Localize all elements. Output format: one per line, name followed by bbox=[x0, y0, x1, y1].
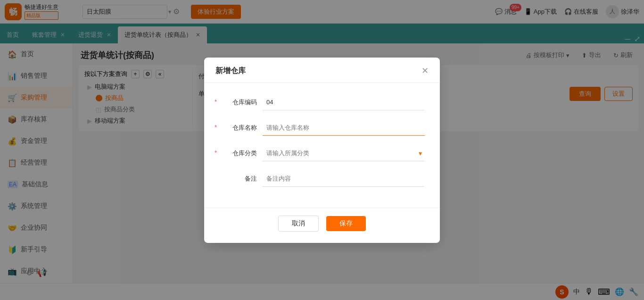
modal-title: 新增仓库 bbox=[215, 66, 246, 76]
warehouse-category-input[interactable] bbox=[263, 145, 425, 161]
category-dropdown-icon: ▾ bbox=[419, 150, 422, 157]
modal-footer: 取消 保存 bbox=[204, 208, 440, 243]
modal-close-button[interactable]: ✕ bbox=[421, 67, 429, 75]
warehouse-note-input[interactable] bbox=[263, 171, 425, 187]
form-row-name: 仓库名称 bbox=[219, 120, 425, 136]
modal-header: 新增仓库 ✕ bbox=[204, 58, 440, 83]
warehouse-category-select-wrap: ▾ bbox=[263, 145, 425, 161]
warehouse-code-label: 仓库编码 bbox=[219, 98, 257, 107]
form-row-code: 仓库编码 bbox=[219, 94, 425, 110]
warehouse-code-input[interactable] bbox=[263, 94, 425, 110]
cancel-button[interactable]: 取消 bbox=[278, 216, 319, 232]
modal-overlay: 新增仓库 ✕ 仓库编码 仓库名称 仓库分类 ▾ 备注 bbox=[0, 0, 644, 300]
modal-body: 仓库编码 仓库名称 仓库分类 ▾ 备注 bbox=[204, 83, 440, 208]
form-row-note: 备注 bbox=[219, 171, 425, 187]
form-row-category: 仓库分类 ▾ bbox=[219, 145, 425, 161]
warehouse-note-label: 备注 bbox=[219, 175, 257, 183]
warehouse-name-label: 仓库名称 bbox=[219, 124, 257, 132]
warehouse-category-label: 仓库分类 bbox=[219, 149, 257, 158]
add-warehouse-modal: 新增仓库 ✕ 仓库编码 仓库名称 仓库分类 ▾ 备注 bbox=[204, 58, 440, 243]
save-button[interactable]: 保存 bbox=[326, 216, 366, 231]
warehouse-name-input[interactable] bbox=[263, 120, 425, 136]
